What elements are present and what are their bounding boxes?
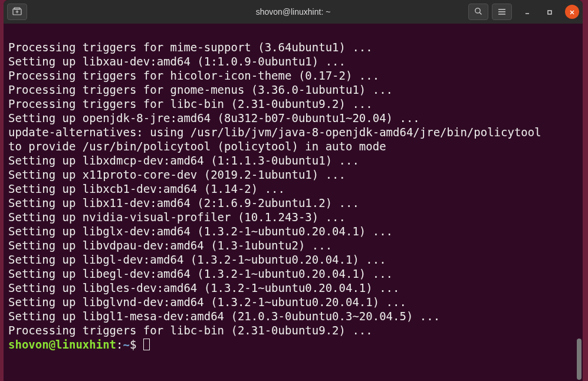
terminal-window: shovon@linuxhint: ~ bbox=[4, 0, 583, 381]
terminal-body[interactable]: Processing triggers for mime-support (3.… bbox=[4, 24, 583, 381]
minimize-icon bbox=[524, 6, 530, 18]
scrollbar-thumb[interactable] bbox=[577, 339, 582, 380]
maximize-button[interactable] bbox=[543, 5, 557, 19]
search-icon bbox=[474, 6, 482, 18]
svg-line-5 bbox=[479, 12, 481, 14]
prompt-colon: : bbox=[116, 338, 123, 351]
prompt-dollar: $ bbox=[130, 338, 143, 351]
terminal-output: Processing triggers for mime-support (3.… bbox=[8, 41, 548, 337]
prompt-path: ~ bbox=[123, 338, 129, 351]
new-tab-icon bbox=[12, 6, 22, 18]
titlebar-left bbox=[7, 4, 27, 20]
titlebar-right bbox=[468, 4, 579, 20]
svg-point-4 bbox=[475, 8, 480, 12]
svg-rect-10 bbox=[548, 11, 551, 14]
search-button[interactable] bbox=[468, 4, 488, 20]
cursor bbox=[143, 339, 150, 350]
minimize-button[interactable] bbox=[520, 5, 534, 19]
close-icon bbox=[569, 6, 575, 18]
menu-button[interactable] bbox=[492, 4, 512, 20]
hamburger-icon bbox=[498, 6, 506, 18]
titlebar: shovon@linuxhint: ~ bbox=[4, 0, 583, 24]
close-button[interactable] bbox=[565, 5, 579, 19]
window-title: shovon@linuxhint: ~ bbox=[256, 7, 331, 17]
maximize-icon bbox=[547, 6, 553, 18]
new-tab-button[interactable] bbox=[7, 4, 27, 20]
prompt-user-host: shovon@linuxhint bbox=[8, 338, 116, 351]
